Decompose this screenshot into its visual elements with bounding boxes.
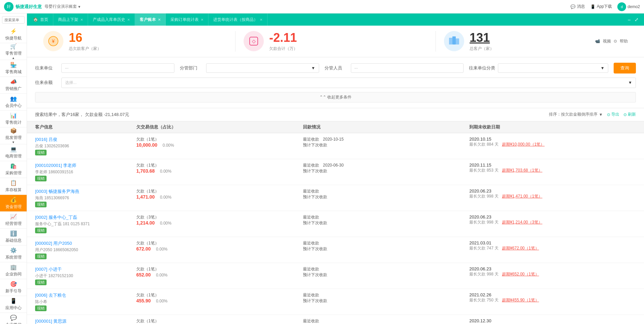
debt-count-6: 欠款（1笔） <box>136 292 303 298</box>
close-icon[interactable]: ✕ <box>201 18 203 22</box>
customer-name-3[interactable]: 服务中心_丁磊 <box>49 215 77 220</box>
overdue-link-3[interactable]: 超期¥1,214.00（3笔） <box>502 220 542 225</box>
sidebar-item-purchase[interactable]: 🛍️ 采购管理 <box>0 161 27 178</box>
balance-select[interactable]: 选择... ▼ <box>61 78 636 88</box>
username: demo2 <box>627 4 640 9</box>
due-date-3: 2020.06.23 <box>469 214 636 219</box>
collapse-bar[interactable]: ⌃⌃ 收起更多条件 <box>35 92 636 102</box>
message-icon: 💬 <box>570 4 576 9</box>
sidebar-item-sys[interactable]: ⚙️ 系统管理 <box>0 245 27 262</box>
org-select[interactable]: 母婴行业演示账套 ▾ <box>45 4 80 9</box>
tab-purchase-order[interactable]: 采购订单统计表 ✕ <box>166 13 208 26</box>
overdue-link-0[interactable]: 超期¥10,000.00（1笔） <box>502 142 545 147</box>
message-btn[interactable]: 💬 消息 <box>570 4 585 9</box>
query-button[interactable]: 查询 <box>614 63 636 73</box>
overdue-link-2[interactable]: 超期¥1,471.00（1笔） <box>502 194 542 199</box>
debt-amount-row-3: 1,214.00 0.00% <box>136 220 303 226</box>
customer-name-5[interactable]: 小进干 <box>49 267 62 272</box>
customer-name-6[interactable]: 去下粮仓 <box>49 293 66 298</box>
customer-code-3[interactable]: [0002] <box>35 215 47 220</box>
due-date-cell-0: 2020.10.15 最长欠款 884 天 超期¥10,000.00（1笔） <box>469 137 636 147</box>
sidebar-item-biz[interactable]: 📈 经营管理 <box>0 212 27 229</box>
export-button[interactable]: ⊙ 导出 <box>607 112 619 117</box>
debt-amount-row-5: 652.00 0.00% <box>136 272 303 277</box>
customer-code-7[interactable]: [000001] <box>35 319 52 324</box>
customer-name-7[interactable]: 黄思源 <box>53 319 66 324</box>
stat-label-1: 总欠款客户（家） <box>69 46 101 52</box>
customer-code-1[interactable]: [0001020001] <box>35 163 62 168</box>
overdue-link-5[interactable]: 超期¥652.00（1笔） <box>502 272 539 276</box>
customer-name-1[interactable]: 李老师 <box>63 163 76 168</box>
sidebar-item-member[interactable]: 👥 会员中心 <box>0 94 27 111</box>
sidebar-item-finance[interactable]: 💰 资金管理 <box>0 195 27 212</box>
tab-home[interactable]: 🏠 首页 <box>28 13 53 26</box>
close-icon[interactable]: ✕ <box>158 18 161 22</box>
sidebar-item-retail-mall[interactable]: 🏪 零售商城 <box>0 60 27 77</box>
sidebar-item-quick-nav[interactable]: ⚡ 快捷导航 <box>0 26 27 43</box>
customer-info-cell-7: [000001] 黄思源 黄思源 13552700226 现销 <box>35 318 136 324</box>
customer-name-2[interactable]: 畅捷服务尹海燕 <box>49 189 79 194</box>
debt-info-cell-3: 欠款（3笔） 1,214.00 0.00% <box>136 214 303 226</box>
view-label[interactable]: 视频 <box>603 38 611 44</box>
tab-maximize-btn[interactable]: ⤢ <box>633 17 640 22</box>
close-icon[interactable]: ✕ <box>80 18 83 22</box>
sidebar-item-ecom[interactable]: 💻 电商管理 <box>0 144 27 161</box>
help-label[interactable]: 帮助 <box>620 38 628 44</box>
customer-code-6[interactable]: [0006] <box>35 293 47 298</box>
customer-code-2[interactable]: [0003] <box>35 189 47 194</box>
chevron-down-icon: ▼ <box>600 66 605 70</box>
customer-name-4[interactable]: 用户2050 <box>53 241 72 246</box>
customer-contact-6: 陈小希 <box>35 299 136 305</box>
overdue-link-6[interactable]: 超期¥455.90（1笔） <box>502 298 539 302</box>
dept-label: 分管部门 <box>180 65 203 71</box>
due-date-7: 2020.12.30 <box>469 318 636 323</box>
sidebar-item-basic[interactable]: ℹ️ 基础信息 <box>0 229 27 245</box>
sidebar-label-batch-mgmt: 批发管理 <box>5 135 22 141</box>
sidebar-item-newbie[interactable]: 🎯 新手引导 <box>0 279 27 296</box>
sidebar-item-batch-mgmt[interactable]: 📦 批发管理 ▼ <box>0 127 27 144</box>
dept-select[interactable]: ▼ <box>206 63 319 73</box>
refresh-button[interactable]: ⊙ 刷新 <box>623 112 636 117</box>
sidebar-item-stock[interactable]: 📋 库存核算 <box>0 178 27 195</box>
customer-name-0[interactable]: 吕俊 <box>49 137 57 142</box>
sidebar-item-enterprise[interactable]: 🏢 企业协同 <box>0 262 27 279</box>
debt-amount-row-0: 10,000.00 0.00% <box>136 142 303 148</box>
last-payment-1: 最近收款 2020-06-30 <box>303 163 470 168</box>
close-icon[interactable]: ✕ <box>127 18 130 22</box>
sidebar-item-wechat[interactable]: 💬 企业微信 <box>0 313 27 324</box>
tab-customer-account[interactable]: 客户账本 ✕ <box>135 13 166 26</box>
customer-code-4[interactable]: [000002] <box>35 241 52 246</box>
stat-icon-2: ◇ <box>244 31 264 51</box>
source-unit-input[interactable]: ··· <box>61 63 174 73</box>
payment-cell-3: 最近收款 预计下次收款 <box>303 214 470 226</box>
unit-classify-select[interactable]: ▼ <box>498 63 608 73</box>
marketing-icon: 📣 <box>10 79 17 85</box>
sidebar-item-app-center[interactable]: 📱 应用中心 <box>0 296 27 313</box>
app-label: App下载 <box>597 4 612 9</box>
quick-nav-icon: ⚡ <box>10 28 17 34</box>
customer-code-0[interactable]: [0016] <box>35 137 47 142</box>
sidebar-search-area <box>0 13 27 26</box>
tab-minimize-btn[interactable]: – <box>626 17 632 22</box>
sidebar-item-retail-stat[interactable]: 📊 零售统计 <box>0 111 27 127</box>
due-date-cell-3: 2020.06.23 最长欠款 998 天 超期¥1,214.00（3笔） <box>469 214 636 225</box>
sidebar-label-retail-mgmt: 零售管理 <box>5 51 22 56</box>
sidebar-label-enterprise: 企业协同 <box>5 271 22 277</box>
sort-button[interactable]: 排序：按欠款金额倒序排序 ▼ <box>549 112 603 117</box>
user-area[interactable]: d demo2 <box>617 2 640 11</box>
close-icon[interactable]: ✕ <box>260 18 262 22</box>
tab-product-history[interactable]: 产成品入库单历史 ✕ <box>88 13 135 26</box>
overdue-link-1[interactable]: 超期¥1,703.68（1笔） <box>502 168 542 173</box>
table-header: 客户信息 欠交易信息（占比） 回款情况 到期未收款日期 <box>27 121 644 133</box>
manager-input[interactable]: ··· <box>351 63 464 73</box>
tab-product-off[interactable]: 商品上下架 ✕ <box>53 13 88 26</box>
search-input[interactable] <box>2 16 25 24</box>
customer-code-5[interactable]: [0007] <box>35 267 47 272</box>
customer-tag-6: 现销 <box>35 305 47 311</box>
sidebar-label-sys: 系统管理 <box>5 255 22 260</box>
overdue-link-4[interactable]: 超期¥672.00（1笔） <box>502 246 539 251</box>
app-download-btn[interactable]: 📱 App下载 <box>590 4 612 9</box>
tab-purchase-stat[interactable]: 进货单统计表（按商品） ✕ <box>208 13 268 26</box>
sidebar-item-marketing[interactable]: 📣 营销推广 <box>0 77 27 94</box>
sidebar-item-retail-mgmt[interactable]: 🛒 零售管理 ▲ <box>0 43 27 60</box>
